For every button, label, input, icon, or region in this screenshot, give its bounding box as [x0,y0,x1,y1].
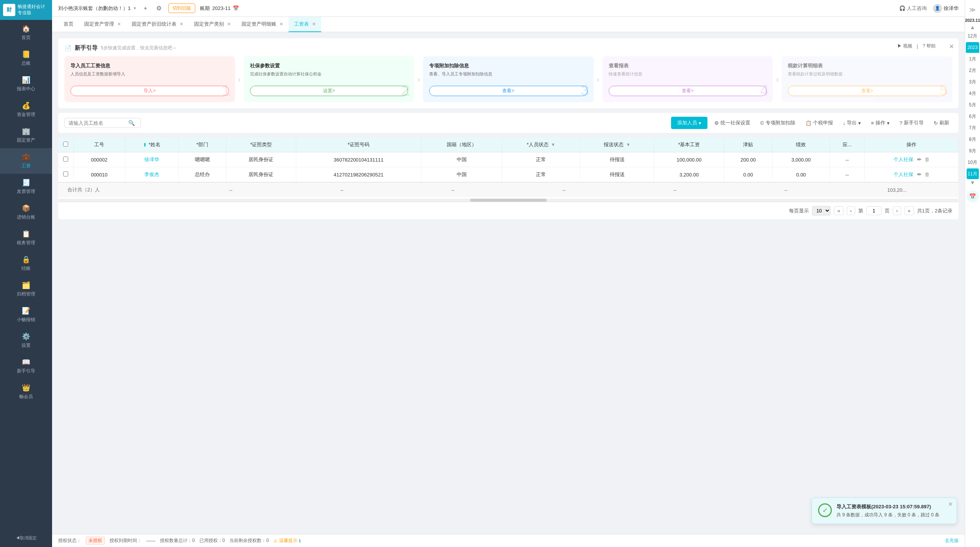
delete-icon[interactable]: 🗑 [924,157,929,162]
submit-filter-icon[interactable]: ▼ [626,142,630,147]
toast-close-btn[interactable]: ✕ [948,501,953,507]
sidebar-item-home[interactable]: 🏠 首页 [0,20,52,46]
sidebar-item-funds[interactable]: 💰 资金管理 [0,97,52,122]
guide-close-btn[interactable]: ✕ [949,43,954,50]
help-link[interactable]: ? 帮助 [923,43,936,49]
recharge-link[interactable]: 去充值 [945,537,959,544]
select-all-checkbox[interactable] [63,142,68,147]
calendar-month-2[interactable]: 2月 [967,65,979,76]
search-icon[interactable]: 🔍 [128,120,135,126]
settings-btn[interactable]: ⚙ [154,4,164,13]
employee-name-link[interactable]: 李俊杰 [144,171,159,177]
step5-btn[interactable]: 查看> [788,86,946,96]
guide-video-help[interactable]: ▶ 视频 | ? 帮助 [897,43,936,49]
sidebar-item-general-ledger[interactable]: 📒 总账 [0,46,52,71]
search-input[interactable] [69,120,126,126]
step2-btn[interactable]: 设置> [250,86,408,96]
calendar-up-arrow[interactable]: ▲ [970,24,975,30]
close-icon[interactable]: ✕ [279,21,283,27]
add-employee-btn[interactable]: 添加人员 ▾ [671,117,707,129]
sidebar-item-guide[interactable]: 📖 新手引导 [0,353,52,379]
calendar-month-10[interactable]: 10月 [967,157,979,168]
sidebar-item-close[interactable]: 🔒 结账 [0,251,52,276]
step1-btn[interactable]: 导入> [70,86,229,96]
close-icon[interactable]: ✕ [312,21,316,27]
sidebar-item-member[interactable]: 👑 畅会员 [0,379,52,405]
row-name[interactable]: 李俊杰 [125,167,178,182]
video-link[interactable]: ▶ 视频 [897,43,912,49]
calendar-month-1[interactable]: 1月 [967,54,979,64]
tab-home[interactable]: 首页 [58,17,79,32]
next-page-btn[interactable]: › [893,206,901,215]
calendar-month-4[interactable]: 4月 [967,88,979,99]
sidebar-item-archive[interactable]: 🗂️ 归档管理 [0,276,52,302]
social-insurance-btn[interactable]: ⚙ 统一社保设置 [711,118,753,128]
row-checkbox[interactable] [58,167,74,182]
special-deduction-btn[interactable]: © 专项附加扣除 [757,118,799,128]
sidebar-logo[interactable]: 财 畅捷通好会计 专业版 [0,0,52,20]
tab-fixed-assets-type[interactable]: 固定资产类别 ✕ [189,17,236,32]
guide-link-btn[interactable]: ? 新手引导 [897,118,927,128]
account-selector[interactable]: 刘小艳演示账套（勿删勿动！）1 ▼ [58,5,137,12]
calendar-year-2023[interactable]: 2023 [966,42,979,53]
sidebar-item-payroll[interactable]: 💼 工资 [0,148,52,174]
tab-fixed-assets-mgmt[interactable]: 固定资产管理 ✕ [79,17,126,32]
calendar-down-arrow[interactable]: ▼ [970,180,975,186]
calendar-month-3[interactable]: 3月 [967,77,979,87]
row-name[interactable]: 徐泽华 [125,152,178,167]
sidebar-item-invoices[interactable]: 🧾 发票管理 [0,174,52,199]
th-status[interactable]: *人员状态 ▼ [502,137,580,152]
close-icon[interactable]: ✕ [180,21,183,27]
add-account-btn[interactable]: + [141,4,149,13]
calendar-month-9[interactable]: 9月 [967,145,979,156]
sidebar-item-tax[interactable]: 📋 税务管理 [0,225,52,251]
tax-report-btn[interactable]: 📋 个税申报 [802,118,836,128]
calendar-month-12[interactable]: 12月 [967,31,979,41]
refresh-btn[interactable]: ↻ 刷新 [931,118,952,128]
user-menu[interactable]: 👤 徐泽华 [933,4,959,13]
close-icon[interactable]: ✕ [227,21,231,27]
employee-name-link[interactable]: 徐泽华 [144,157,159,162]
tab-fixed-assets-detail[interactable]: 固定资产明细账 ✕ [236,17,289,32]
th-checkbox[interactable] [58,137,74,152]
sidebar-item-inventory[interactable]: 📦 进销台账 [0,199,52,225]
tab-depreciation[interactable]: 固定资产折旧统计表 ✕ [126,17,189,32]
row-action-label[interactable]: 个人社保 [893,157,913,162]
sidebar-item-expense[interactable]: 📝 小畅报销 [0,302,52,328]
calendar-month-11[interactable]: 11月 [967,168,979,179]
close-icon[interactable]: ✕ [117,21,121,27]
edit-icon[interactable]: ✏ [917,171,921,177]
operations-btn[interactable]: ≡ 操作 ▾ [868,118,893,128]
tab-payroll-table[interactable]: 工资表 ✕ [289,17,321,32]
status-filter-icon[interactable]: ▼ [551,142,555,147]
step3-btn[interactable]: 查看> [429,86,588,96]
th-name[interactable]: ⬆ *姓名 [125,137,178,152]
switch-version-btn[interactable]: 切到旧版 [168,3,195,13]
row-select-checkbox[interactable] [63,171,68,176]
edit-icon[interactable]: ✏ [917,157,921,162]
prev-page-btn[interactable]: ‹ [847,206,855,215]
row-select-checkbox[interactable] [63,157,68,162]
th-submit-status[interactable]: 报送状态 ▼ [580,137,654,152]
consult-btn[interactable]: 🎧 人工咨询 [899,5,927,12]
scrollbar-thumb[interactable] [470,199,547,202]
page-input[interactable] [866,206,882,215]
cancel-fixed-btn[interactable]: ◀取消固定 [3,532,49,544]
calendar-month-7[interactable]: 7月 [967,122,979,133]
expand-panel-btn[interactable]: ≫ [969,3,976,16]
row-action-label[interactable]: 个人社保 [893,171,913,177]
calendar-month-6[interactable]: 6月 [967,111,979,122]
per-page-select[interactable]: 10 20 50 [812,206,831,216]
last-page-btn[interactable]: » [904,206,914,215]
sidebar-item-fixed-assets[interactable]: 🏢 固定资产 [0,122,52,148]
calendar-month-8[interactable]: 8月 [967,134,979,145]
horizontal-scrollbar[interactable] [58,199,959,202]
calendar-icon-btn[interactable]: 📅 [967,190,979,202]
step4-btn[interactable]: 查看> [609,86,767,96]
sidebar-item-reports[interactable]: 📊 报表中心 [0,71,52,97]
export-btn[interactable]: ↓ 导出 ▾ [840,118,864,128]
first-page-btn[interactable]: « [834,206,843,215]
delete-icon[interactable]: 🗑 [924,171,929,177]
sidebar-item-settings[interactable]: ⚙️ 设置 [0,328,52,353]
row-checkbox[interactable] [58,152,74,167]
